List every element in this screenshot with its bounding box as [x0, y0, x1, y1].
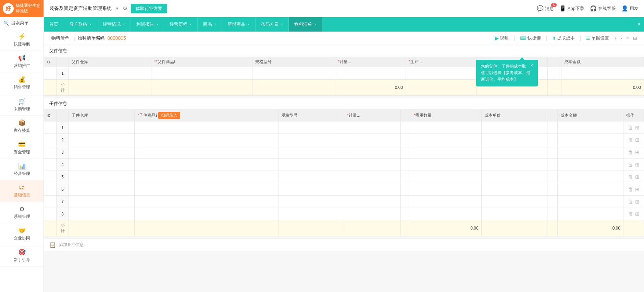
child-row-unit-3[interactable] [344, 146, 401, 159]
nav-tab-goods[interactable]: 商品 × [198, 17, 222, 32]
single-setting-action[interactable]: ☰ 单据设置 [586, 35, 609, 41]
delete-icon-5[interactable]: 🗑 [628, 174, 633, 180]
child-row-spec-6[interactable] [278, 183, 344, 196]
child-row-unit-4[interactable] [344, 159, 401, 171]
delete-icon-1[interactable]: 🗑 [628, 125, 633, 130]
child-row-product-8[interactable] [135, 208, 278, 220]
child-row-need-qty-3[interactable] [411, 146, 481, 159]
close-operation-tab[interactable]: × [123, 22, 125, 26]
page-tab-list[interactable]: 物料清单 [49, 34, 71, 42]
parent-row-production[interactable] [406, 67, 477, 80]
child-row-need-qty-7[interactable] [411, 196, 481, 208]
sidebar-item-operation[interactable]: 📊 经营管理 [0, 159, 44, 180]
sidebar-item-guide[interactable]: 🎯 新手引导 [0, 245, 44, 267]
topbar-dropdown-arrow[interactable]: ▼ [115, 6, 119, 11]
child-row-product-3[interactable] [135, 146, 278, 159]
delete-icon-4[interactable]: 🗑 [628, 162, 633, 167]
child-row-unit-cost-2[interactable] [481, 134, 547, 146]
close-customer-tab[interactable]: × [89, 22, 91, 26]
nav-tab-operation[interactable]: 经营情况 × [97, 17, 131, 32]
child-row-unit-5[interactable] [344, 171, 401, 183]
child-row-unit-cost-5[interactable] [481, 171, 547, 183]
child-row-spec-2[interactable] [278, 134, 344, 146]
experience-button[interactable]: 体验行业方案 [131, 4, 167, 13]
expand-btn[interactable]: ⊞ [632, 35, 639, 42]
child-row-warehouse-1[interactable] [69, 121, 135, 134]
user-wrap[interactable]: 👤 用友 [621, 5, 639, 12]
child-row-need-qty-4[interactable] [411, 159, 481, 171]
child-row-warehouse-2[interactable] [69, 134, 135, 146]
copy-icon-4[interactable]: ⊞ [635, 162, 640, 168]
sidebar-item-enterprise[interactable]: 🤝 企业协同 [0, 223, 44, 245]
child-row-unit-cost-7[interactable] [481, 196, 547, 208]
close-bom-tab[interactable]: × [314, 22, 316, 26]
child-row-need-qty-2[interactable] [411, 134, 481, 146]
parent-row-warehouse[interactable] [69, 67, 151, 80]
tooltip-close-btn[interactable]: × [530, 63, 533, 68]
delete-icon-2[interactable]: 🗑 [628, 137, 633, 143]
delete-icon-8[interactable]: 🗑 [628, 211, 633, 217]
child-row-need-qty-1[interactable] [411, 121, 481, 134]
child-row-unit-6[interactable] [344, 183, 401, 196]
nav-tab-profit[interactable]: 利润报告 × [131, 17, 164, 32]
shortcut-action[interactable]: ⌨ 快捷键 [520, 35, 541, 41]
copy-icon-5[interactable]: ⊞ [635, 174, 640, 180]
child-row-unit-cost-8[interactable] [481, 208, 547, 220]
child-row-product-6[interactable] [135, 183, 278, 196]
delete-icon-3[interactable]: 🗑 [628, 149, 633, 155]
child-row-warehouse-7[interactable] [69, 196, 135, 208]
child-row-product-1[interactable] [135, 121, 278, 134]
child-row-unit-8[interactable] [344, 208, 401, 220]
search-menu[interactable]: 🔍 搜索菜单 [0, 17, 44, 29]
app-download-wrap[interactable]: 📱 App下载 [559, 5, 584, 12]
copy-icon-8[interactable]: ⊞ [635, 211, 640, 217]
sidebar-item-purchase[interactable]: 🛒 采购管理 [0, 94, 44, 116]
child-row-product-2[interactable] [135, 134, 278, 146]
child-row-spec-5[interactable] [278, 171, 344, 183]
online-service-wrap[interactable]: 🎧 在线客服 [590, 5, 616, 12]
nav-tab-new-goods[interactable]: 新增商品 × [222, 17, 255, 32]
sidebar-item-inventory[interactable]: 📦 库存核算 [0, 116, 44, 137]
topbar-gear-icon[interactable]: ⚙ [123, 5, 127, 12]
delete-icon-7[interactable]: 🗑 [628, 199, 633, 205]
child-row-product-5[interactable] [135, 171, 278, 183]
close-new-goods-tab[interactable]: × [247, 22, 249, 26]
child-row-warehouse-3[interactable] [69, 146, 135, 159]
scan-btn[interactable]: 扫码录入 [158, 112, 180, 119]
copy-icon-3[interactable]: ⊞ [635, 149, 640, 155]
copy-icon-1[interactable]: ⊞ [635, 125, 640, 131]
parent-row-qty-unit[interactable] [335, 67, 406, 80]
close-journey-tab[interactable]: × [189, 22, 191, 26]
delete-icon-6[interactable]: 🗑 [628, 186, 633, 192]
copy-icon-6[interactable]: ⊞ [635, 186, 640, 192]
nav-tab-home[interactable]: 首页 [44, 17, 64, 32]
child-row-warehouse-5[interactable] [69, 171, 135, 183]
child-row-unit-cost-4[interactable] [481, 159, 547, 171]
child-row-spec-1[interactable] [278, 121, 344, 134]
message-wrap[interactable]: 💬 6 消息 [537, 5, 554, 12]
extract-cost-action[interactable]: ⬆ 提取成本 [552, 35, 575, 41]
child-row-unit-cost-6[interactable] [481, 183, 547, 196]
close-goods-tab[interactable]: × [214, 22, 216, 26]
copy-icon-2[interactable]: ⊞ [635, 137, 640, 143]
message-icon[interactable]: 💬 [537, 5, 544, 12]
parent-row-spec[interactable] [252, 67, 335, 80]
child-row-spec-3[interactable] [278, 146, 344, 159]
nav-tab-barcode[interactable]: 条码方案 × [256, 17, 289, 32]
sidebar-item-marketing[interactable]: 📢 营销推广 [0, 51, 44, 72]
menu-btn[interactable]: ≡ [625, 35, 630, 42]
child-row-unit-7[interactable] [344, 196, 401, 208]
child-row-need-qty-6[interactable] [411, 183, 481, 196]
close-all-tabs[interactable]: × [634, 21, 644, 27]
child-row-warehouse-6[interactable] [69, 183, 135, 196]
child-row-unit-1[interactable] [344, 121, 401, 134]
sidebar-item-quick-nav[interactable]: ⚡ 快捷导航 [0, 29, 44, 51]
sidebar-item-system[interactable]: ⚙ 系统管理 [0, 202, 44, 223]
prev-btn[interactable]: ‹ [613, 35, 618, 42]
child-row-product-4[interactable] [135, 159, 278, 171]
child-row-need-qty-5[interactable] [411, 171, 481, 183]
child-row-spec-7[interactable] [278, 196, 344, 208]
child-row-product-7[interactable] [135, 196, 278, 208]
next-btn[interactable]: › [619, 35, 623, 42]
parent-row-product[interactable] [151, 67, 252, 80]
